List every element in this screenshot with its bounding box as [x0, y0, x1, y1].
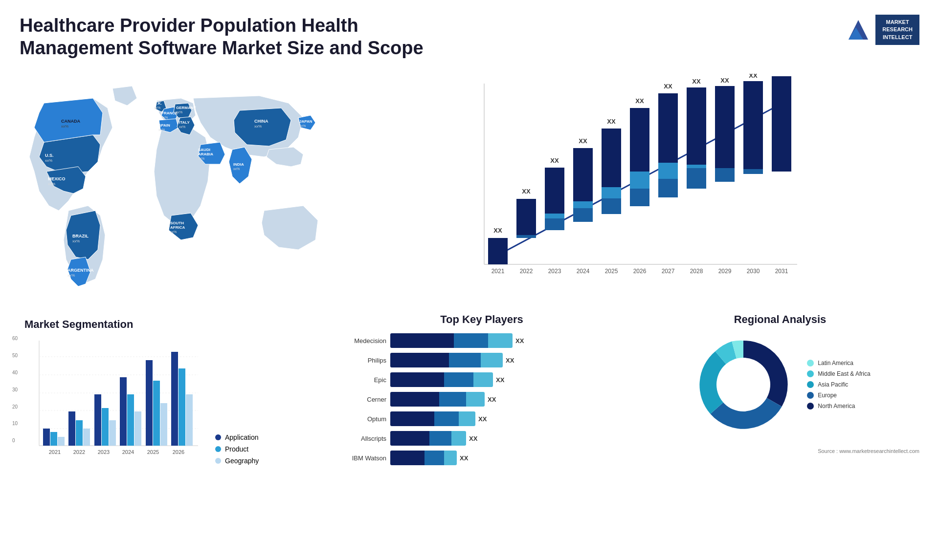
svg-rect-137 [171, 352, 178, 446]
svg-rect-51 [545, 168, 564, 214]
world-map: CANADA xx% U.S. xx% MEXICO xx% BRAZIL xx… [15, 74, 337, 299]
svg-text:xx%: xx% [48, 182, 55, 186]
regional-section: Regional Analysis [631, 308, 929, 475]
svg-text:xx%: xx% [179, 125, 185, 129]
player-bar-cerner: XX [390, 392, 621, 407]
svg-rect-139 [186, 394, 193, 446]
svg-rect-107 [772, 76, 791, 172]
reg-dot-middle-east [807, 370, 814, 377]
svg-text:2031: 2031 [775, 268, 788, 275]
svg-rect-58 [573, 148, 593, 201]
legend-item-geography: Geography [215, 457, 259, 465]
bottom-right: Top Key Players Medecision XX Philips [333, 308, 929, 475]
map-section: CANADA xx% U.S. xx% MEXICO xx% BRAZIL xx… [10, 69, 333, 308]
svg-text:SPAIN: SPAIN [158, 123, 170, 128]
svg-text:U.K.: U.K. [154, 101, 162, 106]
svg-text:XX: XX [635, 97, 644, 105]
svg-rect-131 [134, 411, 141, 446]
svg-text:ITALY: ITALY [179, 120, 190, 125]
logo-icon [846, 18, 871, 42]
svg-text:xx%: xx% [158, 128, 165, 131]
svg-text:2025: 2025 [605, 268, 618, 275]
chart-section: XX 2021 XX 2022 XX 2023 [333, 69, 929, 308]
svg-text:xx%: xx% [45, 158, 52, 163]
svg-text:XX: XX [692, 78, 701, 85]
svg-rect-123 [83, 429, 90, 446]
svg-text:2023: 2023 [98, 449, 110, 455]
svg-text:SOUTH: SOUTH [170, 221, 184, 225]
svg-text:AFRICA: AFRICA [170, 225, 185, 230]
key-players-section: Top Key Players Medecision XX Philips [333, 308, 631, 475]
svg-rect-72 [630, 108, 649, 172]
svg-text:MEXICO: MEXICO [48, 176, 66, 181]
svg-text:ARGENTINA: ARGENTINA [67, 268, 94, 273]
donut-chart [690, 331, 797, 438]
svg-text:2026: 2026 [173, 449, 184, 455]
svg-text:XX: XX [493, 227, 502, 234]
svg-text:INDIA: INDIA [233, 162, 244, 167]
svg-rect-130 [127, 394, 134, 446]
svg-text:2023: 2023 [548, 268, 561, 275]
svg-rect-121 [68, 411, 75, 446]
svg-text:SAUDI: SAUDI [198, 148, 210, 152]
svg-rect-82 [687, 168, 706, 189]
reg-dot-europe [807, 392, 814, 399]
source-text: Source : www.marketresearchintellect.com [641, 448, 919, 454]
svg-text:xx%: xx% [61, 124, 68, 129]
player-name-allscripts: Allscripts [342, 435, 386, 442]
svg-text:xx%: xx% [233, 167, 240, 171]
legend-item-product: Product [215, 445, 259, 453]
growth-chart: XX 2021 XX 2022 XX 2023 [352, 74, 910, 299]
player-row-optum: Optum XX [342, 411, 621, 426]
segmentation-legend: Application Product Geography [215, 433, 259, 465]
svg-text:xx%: xx% [299, 124, 306, 128]
svg-text:xx%: xx% [198, 157, 204, 160]
player-name-ibm-watson: IBM Watson [342, 454, 386, 462]
player-bar-epic: XX [390, 372, 621, 387]
svg-text:CANADA: CANADA [61, 119, 80, 124]
reg-legend-north-america: North America [807, 403, 870, 409]
svg-text:FRANCE: FRANCE [161, 111, 178, 115]
logo-area: MARKET RESEARCH INTELLECT [846, 15, 919, 45]
svg-text:XX: XX [522, 188, 531, 195]
reg-dot-north-america [807, 403, 814, 409]
player-row-cerner: Cerner XX [342, 392, 621, 407]
player-bar-medecision: XX [390, 333, 621, 348]
svg-text:U.S.: U.S. [45, 153, 54, 158]
svg-text:XX: XX [777, 74, 786, 74]
reg-dot-asia-pacific [807, 381, 814, 388]
svg-text:xx%: xx% [176, 110, 182, 114]
svg-rect-127 [109, 420, 116, 446]
svg-rect-86 [687, 87, 706, 165]
svg-text:CHINA: CHINA [254, 119, 268, 124]
segmentation-title: Market Segmentation [24, 318, 318, 331]
bottom-left: Market Segmentation 60 50 40 30 20 10 0 [10, 308, 333, 475]
player-name-cerner: Cerner [342, 396, 386, 403]
svg-text:2027: 2027 [662, 268, 675, 275]
svg-text:XX: XX [720, 77, 729, 84]
player-name-optum: Optum [342, 415, 386, 423]
svg-rect-100 [743, 81, 763, 169]
svg-rect-122 [76, 420, 83, 446]
player-row-epic: Epic XX [342, 372, 621, 387]
svg-text:xx%: xx% [254, 124, 262, 129]
svg-rect-133 [146, 360, 153, 446]
svg-text:2024: 2024 [122, 449, 134, 455]
svg-text:XX: XX [550, 157, 559, 164]
player-row-philips: Philips XX [342, 353, 621, 367]
svg-rect-38 [488, 238, 508, 264]
svg-rect-69 [630, 171, 649, 189]
main-content: CANADA xx% U.S. xx% MEXICO xx% BRAZIL xx… [0, 69, 939, 475]
svg-text:xx%: xx% [170, 230, 177, 234]
svg-rect-119 [58, 437, 65, 446]
segmentation-chart: 2021 2022 2023 [24, 336, 201, 463]
svg-text:2021: 2021 [492, 268, 505, 275]
segmentation-section: Market Segmentation 60 50 40 30 20 10 0 [20, 313, 323, 470]
svg-rect-79 [658, 93, 678, 163]
svg-text:ARABIA: ARABIA [198, 152, 213, 156]
regional-title: Regional Analysis [641, 313, 919, 326]
svg-rect-118 [50, 432, 57, 446]
svg-rect-75 [658, 179, 678, 197]
svg-rect-76 [658, 160, 678, 179]
legend-dot-product [215, 446, 221, 452]
